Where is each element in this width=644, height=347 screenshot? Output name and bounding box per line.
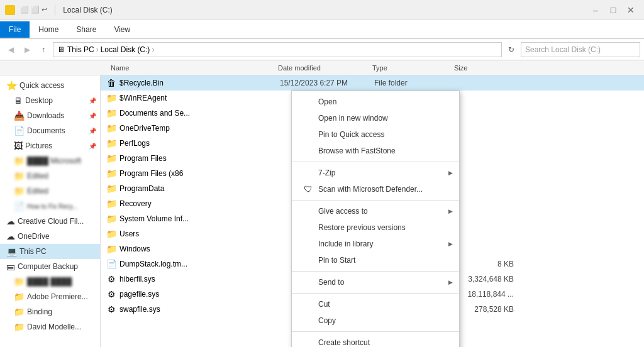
path-thispc: This PC bbox=[67, 45, 94, 54]
desktop-icon: 🖥 bbox=[14, 96, 23, 106]
file-name: Program Files bbox=[119, 154, 280, 163]
ctx-pin-start[interactable]: Pin to Start bbox=[292, 252, 459, 268]
sidebar-item-desktop[interactable]: 🖥 Desktop 📌 bbox=[0, 93, 100, 108]
file-name: $Recycle.Bin bbox=[119, 79, 280, 87]
sidebar-item-this-pc[interactable]: 💻 This PC bbox=[0, 244, 100, 259]
ctx-open[interactable]: Open bbox=[292, 94, 459, 110]
sidebar-label-david: David Modelle... bbox=[27, 322, 81, 331]
david-icon: 📁 bbox=[14, 322, 25, 332]
cut-icon bbox=[302, 298, 314, 311]
documents-icon: 📄 bbox=[14, 126, 25, 136]
quick-access-icon: ⭐ bbox=[6, 80, 17, 91]
ctx-sep1 bbox=[292, 162, 459, 162]
file-name: System Volume Inf... bbox=[119, 214, 280, 223]
downloads-icon: 📥 bbox=[14, 111, 25, 121]
sidebar-label-creative-cloud: Creative Cloud Fil... bbox=[18, 217, 84, 226]
sidebar-item-blurred2[interactable]: 📁 Edited bbox=[0, 168, 100, 184]
up-button[interactable]: ↑ bbox=[36, 43, 50, 57]
ctx-send-to[interactable]: Send to bbox=[292, 274, 459, 290]
sidebar-item-adobe[interactable]: 📁 Adobe Premiere... bbox=[0, 289, 100, 304]
path-sep1: › bbox=[96, 45, 99, 54]
sidebar-label-onedrive: OneDrive bbox=[18, 232, 50, 241]
address-path[interactable]: 🖥 This PC › Local Disk (C:) › bbox=[53, 42, 502, 57]
file-icon: ⚙ bbox=[106, 304, 117, 315]
forward-button[interactable]: ▶ bbox=[20, 43, 34, 57]
address-bar: ◀ ▶ ↑ 🖥 This PC › Local Disk (C:) › ↻ Se… bbox=[0, 39, 644, 60]
sidebar-item-david[interactable]: 📁 David Modelle... bbox=[0, 319, 100, 334]
sidebar-item-documents[interactable]: 📄 Documents 📌 bbox=[0, 123, 100, 138]
pin-icon-doc: 📌 bbox=[89, 128, 96, 135]
blurred1-icon: 📁 bbox=[14, 156, 25, 166]
title-bar: ⬜ ⬜ ↩ Local Disk (C:) – □ ✕ bbox=[0, 0, 644, 20]
ctx-create-shortcut[interactable]: Create shortcut bbox=[292, 334, 459, 347]
col-name-header[interactable]: Name bbox=[108, 64, 278, 72]
file-date: 15/12/2023 6:27 PM bbox=[280, 79, 374, 87]
main-layout: ⭐ Quick access 🖥 Desktop 📌 📥 Downloads 📌… bbox=[0, 75, 644, 347]
ctx-give-access[interactable]: Give access to bbox=[292, 203, 459, 219]
tab-home[interactable]: Home bbox=[30, 21, 67, 38]
file-name: Users bbox=[119, 229, 280, 238]
address-icon: 🖥 bbox=[57, 45, 65, 54]
col-type-header[interactable]: Type bbox=[372, 64, 454, 72]
ctx-pin-quick-access[interactable]: Pin to Quick access bbox=[292, 126, 459, 143]
tab-file[interactable]: File bbox=[0, 21, 30, 38]
search-placeholder: Search Local Disk (C:) bbox=[525, 45, 601, 54]
back-button[interactable]: ◀ bbox=[4, 43, 18, 57]
send-to-icon bbox=[302, 276, 314, 289]
sidebar-item-blurred1[interactable]: 📁 ████ Microsoft bbox=[0, 153, 100, 168]
sidebar-item-quick-access[interactable]: ⭐ Quick access bbox=[0, 78, 100, 93]
sidebar-item-binding[interactable]: 📁 Binding bbox=[0, 304, 100, 319]
content-area[interactable]: 🗑 $Recycle.Bin 15/12/2023 6:27 PM File f… bbox=[101, 75, 644, 347]
ctx-pin-start-label: Pin to Start bbox=[318, 256, 355, 265]
file-name: ProgramData bbox=[119, 184, 280, 193]
quick-access-toolbar: ⬜ ⬜ ↩ bbox=[20, 6, 47, 14]
file-icon: ⚙ bbox=[106, 273, 117, 285]
col-size-header[interactable]: Size bbox=[454, 64, 517, 72]
7zip-icon bbox=[302, 167, 314, 179]
sidebar-item-blurred3[interactable]: 📁 Edited bbox=[0, 184, 100, 199]
give-access-icon bbox=[302, 205, 314, 218]
file-name: DumpStack.log.tm... bbox=[119, 260, 280, 268]
table-row[interactable]: 🗑 $Recycle.Bin 15/12/2023 6:27 PM File f… bbox=[101, 75, 644, 91]
sidebar-label-this-pc: This PC bbox=[19, 247, 47, 256]
maximize-button[interactable]: □ bbox=[605, 4, 621, 16]
pin-start-icon bbox=[302, 254, 314, 267]
minimize-button[interactable]: – bbox=[587, 4, 604, 16]
ctx-7zip[interactable]: 7-Zip bbox=[292, 165, 459, 181]
sidebar-item-onedrive[interactable]: ☁ OneDrive bbox=[0, 229, 100, 244]
close-button[interactable]: ✕ bbox=[623, 4, 639, 16]
sidebar-item-pictures[interactable]: 🖼 Pictures 📌 bbox=[0, 138, 100, 153]
faststone-icon bbox=[302, 145, 314, 157]
ctx-restore-previous[interactable]: Restore previous versions bbox=[292, 219, 459, 236]
col-date-header[interactable]: Date modified bbox=[278, 64, 372, 72]
tab-view[interactable]: View bbox=[105, 21, 139, 38]
ctx-include-library[interactable]: Include in library bbox=[292, 236, 459, 252]
sidebar-label-binding: Binding bbox=[27, 307, 52, 316]
ctx-scan-defender[interactable]: 🛡 Scan with Microsoft Defender... bbox=[292, 181, 459, 197]
file-icon: 📁 bbox=[106, 243, 117, 255]
file-name: OneDriveTemp bbox=[119, 124, 280, 133]
blurred5-icon: 📁 bbox=[14, 277, 25, 287]
sidebar-item-computer-backup[interactable]: 🖴 Computer Backup bbox=[0, 259, 100, 274]
tab-share[interactable]: Share bbox=[67, 21, 105, 38]
search-box[interactable]: Search Local Disk (C:) bbox=[521, 42, 640, 57]
pin-icon: 📌 bbox=[89, 97, 96, 104]
file-name: hiberfil.sys bbox=[119, 275, 280, 284]
refresh-button[interactable]: ↻ bbox=[504, 43, 518, 57]
computer-backup-icon: 🖴 bbox=[6, 262, 15, 272]
sidebar-item-blurred5[interactable]: 📁 ████ ████ bbox=[0, 274, 100, 289]
ctx-open-new-window[interactable]: Open in new window bbox=[292, 110, 459, 126]
ctx-cut[interactable]: Cut bbox=[292, 296, 459, 312]
ctx-copy-label: Copy bbox=[318, 316, 336, 325]
ribbon: File Home Share View bbox=[0, 20, 644, 39]
sidebar-item-blurred4[interactable]: 📄 How to Fix Recy... bbox=[0, 199, 100, 214]
blurred3-icon: 📁 bbox=[14, 186, 25, 196]
sidebar-item-creative-cloud[interactable]: ☁ Creative Cloud Fil... bbox=[0, 214, 100, 229]
column-header: Name Date modified Type Size bbox=[0, 60, 644, 75]
ctx-cut-label: Cut bbox=[318, 300, 330, 309]
ctx-sep4 bbox=[292, 293, 459, 294]
ctx-browse-faststone[interactable]: Browse with FastStone bbox=[292, 143, 459, 159]
ctx-browse-faststone-label: Browse with FastStone bbox=[318, 146, 396, 155]
ctx-copy[interactable]: Copy bbox=[292, 312, 459, 329]
sidebar-item-downloads[interactable]: 📥 Downloads 📌 bbox=[0, 108, 100, 123]
